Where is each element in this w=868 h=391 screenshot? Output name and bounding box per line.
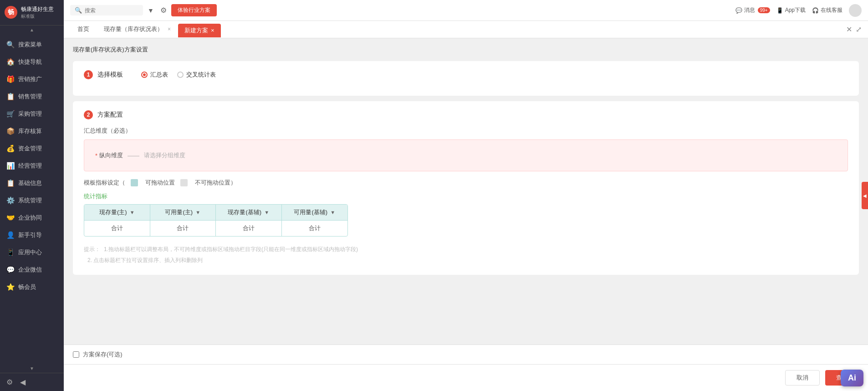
sidebar-item-finance[interactable]: 💰 资金管理 (0, 140, 64, 157)
sidebar-scroll-up[interactable]: ▲ (0, 26, 64, 34)
stats-col-0-dropdown[interactable]: ▼ (130, 210, 135, 215)
sidebar-item-label: 搜索菜单 (18, 41, 42, 49)
radio-cross-label: 交叉统计表 (186, 71, 216, 79)
gear-icon: ⚙️ (6, 196, 15, 205)
inventory-tab-close[interactable]: × (168, 26, 171, 32)
sidebar-item-sales[interactable]: 📋 销售管理 (0, 88, 64, 105)
stats-col-2-dropdown[interactable]: ▼ (264, 210, 269, 215)
stats-col-3: 可用量(基辅) ▼ (282, 205, 348, 220)
radio-dot-cross (177, 72, 184, 78)
dimension-area[interactable]: * 纵向维度 —— 请选择分组维度 (84, 139, 848, 171)
stats-col-2-label: 现存量(基辅) (228, 208, 261, 216)
clipboard-icon: 📋 (6, 93, 15, 101)
sidebar-item-label: 资金管理 (18, 144, 42, 153)
stats-col-3-dropdown[interactable]: ▼ (330, 210, 335, 215)
radio-cross[interactable]: 交叉统计表 (177, 71, 216, 79)
sidebar-item-label: 应用中心 (18, 248, 42, 257)
sidebar-item-shortcut[interactable]: 🏠 快捷导航 (0, 53, 64, 71)
box-icon: 📦 (6, 127, 15, 135)
section1-title: 选择模板 (97, 71, 123, 79)
search-input[interactable] (85, 7, 130, 14)
stats-col-1-dropdown[interactable]: ▼ (195, 210, 200, 215)
section1-number: 1 (84, 70, 93, 79)
sidebar-item-search[interactable]: 🔍 搜索菜单 (0, 36, 64, 53)
stats-col-0-label: 现存量(主) (99, 208, 127, 216)
dimension-label-text: 纵向维度 (99, 151, 123, 159)
cart-icon: 🛒 (6, 110, 15, 118)
message-item[interactable]: 💬 消息 99+ (735, 6, 770, 14)
trial-button[interactable]: 体验行业方案 (171, 4, 217, 16)
user-avatar[interactable] (849, 4, 862, 17)
save-checkbox[interactable] (73, 351, 79, 358)
topbar: 🔍 ▼ ⚙ 体验行业方案 💬 消息 99+ 📱 App下载 🎧 在线客服 (64, 0, 868, 21)
sidebar-item-agreement[interactable]: 🤝 企业协同 (0, 209, 64, 226)
stats-table-row: 合计 合计 合计 合计 (84, 220, 347, 236)
sidebar-item-label: 企业微信 (18, 266, 42, 274)
sidebar-item-management[interactable]: 📊 经营管理 (0, 157, 64, 175)
sidebar-scroll-down[interactable]: ▼ (0, 364, 64, 373)
handshake-icon: 🤝 (6, 214, 15, 222)
page-content: 现存量(库存状况表)方案设置 1 选择模板 汇总表 交叉统计表 (64, 38, 868, 345)
radio-summary[interactable]: 汇总表 (141, 71, 168, 79)
new-tab-close-icon[interactable]: × (211, 27, 214, 34)
stats-cell-1: 合计 (150, 221, 216, 236)
sidebar-item-label: 销售管理 (18, 93, 42, 101)
stats-cell-3: 合计 (282, 221, 348, 236)
online-service-item[interactable]: 🎧 在线客服 (812, 6, 842, 14)
dimension-title: 汇总维度（必选） (84, 127, 848, 135)
logo-sub: 标准版 (21, 13, 54, 20)
tab-home[interactable]: 首页 (70, 21, 97, 38)
sidebar-item-label: 系统管理 (18, 196, 42, 205)
message-label: 消息 (744, 6, 755, 14)
stats-col-3-label: 可用量(基辅) (294, 208, 327, 216)
collapse-icon[interactable]: ◀ (20, 378, 26, 386)
message-icon: 💬 (735, 7, 742, 14)
topbar-dropdown-icon[interactable]: ▼ (148, 7, 154, 14)
home-tab-label: 首页 (77, 25, 89, 33)
footer-area: 方案保存(可选) (64, 345, 868, 364)
tabs-bar: 首页 现存量（库存状况表） × 新建方案 × ✕ ⤢ (64, 21, 868, 38)
ai-float-button[interactable]: Ai (841, 370, 863, 386)
sidebar-item-label: 采购管理 (18, 110, 42, 118)
ai-label: Ai (848, 373, 856, 383)
section2-title: 方案配置 (97, 111, 123, 119)
expand-icon[interactable]: ⤢ (856, 25, 862, 34)
app-download-item[interactable]: 📱 App下载 (776, 6, 806, 14)
cancel-button[interactable]: 取消 (785, 370, 820, 386)
stats-table: 现存量(主) ▼ 可用量(主) ▼ 现存量(基辅) ▼ 可用量(基辅) ▼ (84, 204, 348, 237)
sidebar-item-marketing[interactable]: 🎁 营销推广 (0, 71, 64, 88)
sidebar-item-label: 经营管理 (18, 162, 42, 170)
download-icon: 📱 (776, 7, 783, 14)
sidebar-item-inventory[interactable]: 📦 库存核算 (0, 123, 64, 140)
save-label: 方案保存(可选) (83, 350, 123, 359)
stats-col-1-label: 可用量(主) (165, 208, 193, 216)
indicator-movable-label: 可拖动位置 (145, 179, 175, 187)
search-area: 🔍 (70, 5, 143, 15)
sidebar-item-purchase[interactable]: 🛒 采购管理 (0, 105, 64, 123)
indicator-settings-label: 模板指标设定（ (84, 179, 125, 187)
tab-new-scheme[interactable]: 新建方案 × (178, 24, 221, 37)
close-icon[interactable]: ✕ (846, 25, 852, 34)
indicator-settings: 模板指标设定（ 可拖动位置 不可拖动位置） (84, 179, 848, 187)
sidebar-item-system[interactable]: ⚙️ 系统管理 (0, 192, 64, 209)
settings-icon[interactable]: ⚙ (6, 378, 13, 386)
sidebar-item-app[interactable]: 📱 应用中心 (0, 244, 64, 261)
section-template: 1 选择模板 汇总表 交叉统计表 (73, 61, 859, 96)
required-mark: * (95, 152, 97, 159)
topbar-settings-icon[interactable]: ⚙ (160, 6, 167, 15)
tab-inventory[interactable]: 现存量（库存状况表） × (97, 21, 178, 38)
money-icon: 💰 (6, 144, 15, 153)
headset-icon: 🎧 (812, 7, 819, 14)
sidebar-item-guide[interactable]: 👤 新手引导 (0, 226, 64, 244)
sidebar-item-wechat[interactable]: 💬 企业微信 (0, 261, 64, 278)
right-panel-handle[interactable]: ◀ (862, 182, 868, 209)
sidebar: 畅 畅康通好生意 标准版 ▲ 🔍 搜索菜单 🏠 快捷导航 🎁 营销推广 📋 销售… (0, 0, 64, 391)
mobile-icon: 📱 (6, 248, 15, 257)
stats-col-0: 现存量(主) ▼ (84, 205, 150, 220)
hint-text-1: 1.拖动标题栏可以调整布局，不可跨维度或指标区域拖动栏目字段(只能在同一维度或指… (104, 244, 358, 255)
hints-area: 提示： 1.拖动标题栏可以调整布局，不可跨维度或指标区域拖动栏目字段(只能在同一… (84, 244, 848, 266)
stats-cell-0: 合计 (84, 221, 150, 236)
sidebar-item-basic[interactable]: 📋 基础信息 (0, 175, 64, 192)
inventory-tab-label: 现存量（库存状况表） (104, 25, 163, 33)
sidebar-item-member[interactable]: ⭐ 畅会员 (0, 278, 64, 296)
